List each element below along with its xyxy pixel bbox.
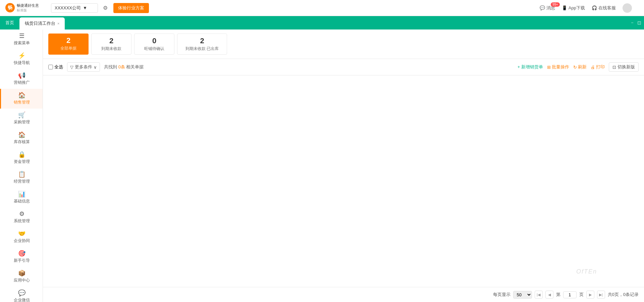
- message-button[interactable]: 💬 消息 99+: [540, 5, 555, 11]
- message-badge: 99+: [551, 2, 560, 7]
- prev-page-button[interactable]: ◀: [545, 291, 553, 299]
- stats-bar: 2 全部单据 2 到期未收款 0 旺铺待确认 2 到期未收款 已出库: [43, 29, 644, 59]
- maximize-icon[interactable]: ⊡: [637, 20, 641, 25]
- app-download-button[interactable]: 📱 App下载: [562, 5, 585, 11]
- stat-number-wangwang: 0: [152, 37, 156, 45]
- batch-icon: ⊞: [547, 65, 551, 70]
- sidebar-item-label: 新手引导: [14, 258, 30, 263]
- logo-main: 畅捷通好生意: [17, 3, 39, 8]
- message-icon: 💬: [540, 5, 545, 10]
- tab-bar: 首页 钱货日清工作台 × － ⊡: [0, 16, 644, 29]
- marketing-icon: 📢: [18, 72, 25, 78]
- sidebar-item-app-center[interactable]: 📦 应用中心: [0, 267, 43, 287]
- sidebar-item-label: 营销推广: [14, 80, 30, 85]
- sidebar-item-wechat[interactable]: 💬 企业微信: [0, 287, 43, 302]
- batch-operation-button[interactable]: ⊞ 批量操作: [547, 64, 569, 70]
- settings-button[interactable]: ⚙: [101, 3, 110, 13]
- last-page-button[interactable]: ▶|: [597, 291, 605, 299]
- sidebar-item-guide[interactable]: 🎯 新手引导: [0, 247, 43, 267]
- refresh-button[interactable]: ↻ 刷新: [573, 64, 587, 70]
- sidebar-item-inventory[interactable]: 🏠 库存核算: [0, 128, 43, 148]
- enterprise-icon: 🤝: [18, 231, 25, 237]
- total-info: 共0页，0条记录: [608, 292, 639, 298]
- sidebar-item-marketing[interactable]: 📢 营销推广: [0, 69, 43, 89]
- minimize-icon[interactable]: －: [630, 20, 635, 26]
- switch-version-button[interactable]: ⊡ 切换新版: [609, 62, 639, 72]
- stat-number-overdue: 2: [109, 37, 113, 45]
- filter-label: 更多条件: [75, 64, 92, 70]
- select-all-label: 全选: [54, 64, 63, 70]
- experience-button[interactable]: 体验行业方案: [113, 3, 149, 13]
- select-all-checkbox[interactable]: [48, 65, 53, 69]
- logo-icon: 畅: [5, 3, 15, 12]
- header-right: 💬 消息 99+ 📱 App下载 🎧 在线客服: [540, 3, 639, 13]
- sidebar-item-system[interactable]: ⚙ 系统管理: [0, 207, 43, 227]
- stat-card-overdue[interactable]: 2 到期未收款: [91, 34, 131, 55]
- sidebar-item-sales[interactable]: 🏠 销售管理: [0, 89, 43, 109]
- app-download-label: App下载: [569, 5, 585, 11]
- stat-label-overdue: 到期未收款: [101, 46, 121, 52]
- sidebar-item-purchase[interactable]: 🛒 采购管理: [0, 109, 43, 128]
- online-service-button[interactable]: 🎧 在线客服: [592, 5, 616, 11]
- tab-work-station[interactable]: 钱货日清工作台 ×: [19, 17, 65, 29]
- online-service-label: 在线客服: [598, 5, 616, 11]
- sidebar-item-label: 基础信息: [14, 198, 30, 204]
- quick-nav-icon: ⚡: [18, 53, 25, 59]
- sidebar-item-finance[interactable]: 🔒 资金管理: [0, 148, 43, 168]
- sidebar-item-enterprise[interactable]: 🤝 企业协同: [0, 227, 43, 247]
- refresh-icon: ↻: [573, 65, 577, 70]
- page-input[interactable]: [563, 291, 577, 298]
- toolbar-right: + 新增销货单 ⊞ 批量操作 ↻ 刷新 🖨 打印 ⊡ 切换新版: [518, 62, 639, 72]
- sidebar-item-label: 系统管理: [14, 218, 30, 224]
- sidebar-item-label: 资金管理: [14, 159, 30, 165]
- sidebar-item-label: 库存核算: [14, 139, 30, 145]
- stat-card-wangwang[interactable]: 0 旺铺待确认: [134, 34, 174, 55]
- first-page-button[interactable]: |◀: [535, 291, 543, 299]
- found-text: 共找到 0条 相关单据: [104, 64, 144, 70]
- content-area: 2 全部单据 2 到期未收款 0 旺铺待确认 2 到期未收款 已出库 全选: [43, 29, 644, 302]
- per-page-label: 每页显示: [493, 292, 511, 298]
- app-icon: 📱: [562, 5, 567, 10]
- sidebar-item-label: 搜索菜单: [14, 40, 30, 46]
- company-name: XXXXXX公司: [55, 5, 81, 11]
- add-sales-order-button[interactable]: + 新增销货单: [518, 64, 543, 70]
- stat-card-all[interactable]: 2 全部单据: [48, 34, 89, 55]
- print-icon: 🖨: [591, 65, 595, 70]
- stat-card-overdue-shipped[interactable]: 2 到期未收款 已出库: [177, 34, 227, 55]
- app-center-icon: 📦: [18, 270, 25, 276]
- sidebar-item-label: 企业微信: [14, 297, 30, 302]
- sidebar-item-label: 应用中心: [14, 278, 30, 283]
- stat-number-all: 2: [66, 36, 70, 45]
- inventory-icon: 🏠: [18, 132, 25, 138]
- avatar[interactable]: [623, 3, 632, 13]
- chevron-down-icon: ▼: [83, 5, 87, 10]
- pagination-bar: 每页显示 50 100 200 |◀ ◀ 第 页 ▶ ▶| 共0页，0条记录: [43, 287, 644, 302]
- company-selector[interactable]: XXXXXX公司 ▼: [51, 3, 98, 13]
- per-page-select[interactable]: 50 100 200: [513, 291, 532, 299]
- sidebar-item-label: 销售管理: [14, 100, 30, 105]
- tab-label: 钱货日清工作台: [25, 20, 55, 26]
- stat-label-all: 全部单据: [60, 46, 76, 51]
- filter-icon: ▽: [70, 65, 73, 70]
- tab-home[interactable]: 首页: [0, 16, 19, 29]
- gear-icon: ⚙: [103, 5, 108, 11]
- sidebar-item-basic-info[interactable]: 📊 基础信息: [0, 188, 43, 207]
- sidebar-item-search-menu[interactable]: ☰ 搜索菜单: [0, 29, 43, 49]
- print-button[interactable]: 🖨 打印: [591, 64, 605, 70]
- operations-icon: 📋: [18, 171, 25, 177]
- tab-close-icon[interactable]: ×: [57, 21, 59, 25]
- filter-chevron-icon: ∨: [94, 65, 97, 70]
- main-layout: ☰ 搜索菜单 ⚡ 快捷导航 📢 营销推广 🏠 销售管理 🛒 采购管理 🏠 库存核…: [0, 29, 644, 302]
- stat-label-overdue-shipped: 到期未收款 已出库: [185, 46, 219, 52]
- filter-button[interactable]: ▽ 更多条件 ∨: [67, 62, 100, 72]
- sidebar-item-label: 采购管理: [14, 119, 30, 125]
- page-label: 第: [556, 292, 560, 298]
- select-all-area[interactable]: 全选: [48, 64, 63, 70]
- found-count: 0条: [118, 64, 125, 69]
- sidebar-item-operations[interactable]: 📋 经营管理: [0, 168, 43, 188]
- sales-icon: 🏠: [18, 92, 25, 98]
- next-page-button[interactable]: ▶: [586, 291, 594, 299]
- tab-bar-right: － ⊡: [630, 20, 644, 26]
- finance-icon: 🔒: [18, 152, 25, 158]
- sidebar-item-quick-nav[interactable]: ⚡ 快捷导航: [0, 49, 43, 69]
